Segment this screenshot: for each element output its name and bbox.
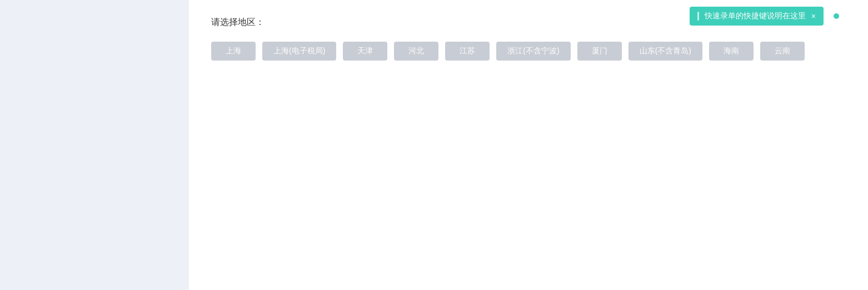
region-buttons: 上海上海(电子税局)天津河北江苏浙江(不含宁波)厦门山东(不含青岛)海南云南 — [211, 42, 846, 61]
region-button-shandong[interactable]: 山东(不含青岛) — [628, 42, 702, 61]
tooltip-banner: 快速录单的快捷键说明在这里 × — [690, 7, 824, 26]
region-button-jiangsu[interactable]: 江苏 — [445, 42, 490, 61]
main-content: 请选择地区： 上海上海(电子税局)天津河北江苏浙江(不含宁波)厦门山东(不含青岛… — [189, 0, 868, 290]
region-button-tianjin[interactable]: 天津 — [343, 42, 387, 61]
region-button-xiamen[interactable]: 厦门 — [577, 42, 622, 61]
region-button-shanghai[interactable]: 上海 — [211, 42, 256, 61]
region-button-hebei[interactable]: 河北 — [394, 42, 438, 61]
region-button-shanghai-etax[interactable]: 上海(电子税局) — [262, 42, 336, 61]
region-button-yunnan[interactable]: 云南 — [760, 42, 805, 61]
tooltip-close-button[interactable]: × — [811, 12, 816, 20]
region-button-zhejiang[interactable]: 浙江(不含宁波) — [496, 42, 570, 61]
tooltip-text: 快速录单的快捷键说明在这里 — [705, 11, 806, 21]
tooltip-left-bar — [697, 12, 699, 21]
region-button-hainan[interactable]: 海南 — [709, 42, 754, 61]
tooltip-dot — [834, 13, 839, 19]
sidebar — [0, 0, 189, 290]
